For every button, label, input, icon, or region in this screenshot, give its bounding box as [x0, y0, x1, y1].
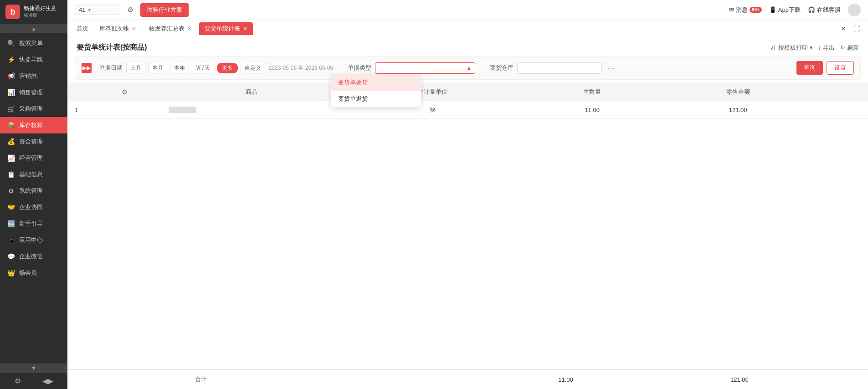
table-row: 1 块 11.00 121.00: [67, 101, 868, 119]
app-sub: 标准版: [24, 12, 56, 19]
sidebar-item-member[interactable]: 👑 畅会员: [0, 265, 67, 281]
store-selector[interactable]: 41 ▾: [75, 5, 120, 15]
col-settings[interactable]: ⚙: [86, 83, 163, 101]
sidebar-item-purchase[interactable]: 🛒 采购管理: [0, 101, 67, 117]
cell-extra: [817, 101, 868, 119]
sidebar-item-marketing[interactable]: 📢 营销推广: [0, 68, 67, 84]
trial-button[interactable]: 体验行业方案: [140, 3, 189, 17]
query-btn[interactable]: 查询: [796, 61, 823, 75]
collapse-icon[interactable]: ◀▶: [42, 377, 53, 385]
settings-icon[interactable]: ⚙: [15, 377, 21, 385]
table-footer: 合计 11.00 121.00: [67, 369, 868, 389]
print-btn[interactable]: 🖨 按模板打印 ▾: [770, 44, 813, 52]
app-name: 畅捷通好生意: [24, 5, 56, 12]
refresh-btn[interactable]: ↻ 刷新: [840, 44, 859, 52]
sidebar-item-inventory[interactable]: 📦 库存核算: [0, 117, 67, 133]
sidebar-label-basicinfo: 基础信息: [19, 170, 43, 179]
topbar-left: 41 ▾ ⚙ 体验行业方案: [75, 3, 729, 17]
warehouse-label: 要货仓库: [490, 64, 514, 72]
warehouse-more-btn[interactable]: ⋯: [607, 64, 615, 72]
sidebar-label-marketing: 营销推广: [19, 72, 43, 80]
finance-icon: 💰: [6, 138, 15, 145]
btn-last-month[interactable]: 上月: [126, 63, 145, 73]
topbar: 41 ▾ ⚙ 体验行业方案 ✉ 消息 99+ 📱 App下载 🎧 在线客服: [67, 0, 868, 20]
sidebar-item-guide[interactable]: 🆕 新手引导: [0, 215, 67, 232]
sidebar-label-guide: 新手引导: [19, 220, 43, 228]
settings-btn[interactable]: ⚙: [124, 4, 137, 16]
tab-close-receipt[interactable]: ✕: [187, 26, 192, 32]
tab-close-order-stats[interactable]: ✕: [243, 26, 247, 32]
filter-type-group: 单据类型 ▲: [348, 62, 475, 74]
search-icon: 🔍: [6, 40, 15, 47]
sidebar-item-finance[interactable]: 💰 资金管理: [0, 133, 67, 150]
type-select-input[interactable]: [375, 62, 475, 74]
sidebar-label-finance: 资金管理: [19, 138, 43, 146]
sidebar-label-purchase: 采购管理: [19, 105, 43, 113]
sidebar-item-operations[interactable]: 📈 经营管理: [0, 150, 67, 166]
product-name-blurred: [169, 107, 196, 113]
tab-order-stats[interactable]: 要货单统计表 ✕: [199, 22, 253, 35]
sidebar: b 畅捷通好生意 标准版 ▲ 🔍 搜索菜单 ⚡ 快捷导航 📢 营销推广 📊 销售…: [0, 0, 67, 389]
refresh-icon: ↻: [840, 44, 845, 51]
sidebar-scroll-up[interactable]: ▲: [0, 24, 67, 33]
footer-amount: 121.00: [652, 370, 826, 389]
tab-home[interactable]: 首页: [73, 25, 92, 33]
filter-quick-btns: 上月 本月 本年 近7天 更多 自定义: [126, 63, 265, 73]
warehouse-input[interactable]: [517, 62, 602, 74]
tab-receipt[interactable]: 收发存汇总表 ✕: [144, 22, 197, 35]
message-icon: ✉: [729, 6, 734, 13]
sidebar-item-wechat[interactable]: 💬 企业微信: [0, 248, 67, 265]
system-icon: ⚙: [6, 187, 15, 194]
sidebar-nav: 🔍 搜索菜单 ⚡ 快捷导航 📢 营销推广 📊 销售管理 🛒 采购管理 📦 库存核…: [0, 33, 67, 363]
filter-date-group: 单据日期 上月 本月 本年 近7天 更多 自定义 2023-05-06 至 20…: [99, 63, 333, 73]
tabbar: 首页 库存批次账 ✕ 收发存汇总表 ✕ 要货单统计表 ✕ ✕ ⛶: [67, 20, 868, 37]
app-icon: 📱: [769, 6, 776, 13]
filter-bar: ▶▶ 单据日期 上月 本月 本年 近7天 更多 自定义 2023-05-06 至…: [75, 56, 861, 80]
filter-expand-btn[interactable]: ▶▶: [82, 63, 92, 73]
tab-close-inventory[interactable]: ✕: [132, 26, 136, 32]
export-btn[interactable]: ↓ 导出: [818, 44, 835, 52]
footer-quantity: 11.00: [479, 370, 652, 389]
sidebar-label-operations: 经营管理: [19, 154, 43, 162]
cell-settings: [86, 101, 163, 119]
sidebar-item-shortcut[interactable]: ⚡ 快捷导航: [0, 51, 67, 68]
btn-recent7[interactable]: 近7天: [192, 63, 214, 73]
tab-close-all-btn[interactable]: ✕: [838, 24, 849, 33]
type-select-wrapper: ▲: [375, 62, 475, 74]
sidebar-item-appstore[interactable]: 📱 应用中心: [0, 232, 67, 248]
sidebar-item-enterprise[interactable]: 🤝 企业协同: [0, 199, 67, 215]
col-extra: [817, 83, 868, 101]
guide-icon: 🆕: [6, 220, 15, 227]
sidebar-item-system[interactable]: ⚙ 系统管理: [0, 183, 67, 199]
tab-expand-btn[interactable]: ⛶: [851, 24, 863, 33]
sidebar-item-search[interactable]: 🔍 搜索菜单: [0, 35, 67, 51]
filter-settings-btn[interactable]: 设置: [827, 61, 854, 75]
tab-inventory[interactable]: 库存批次账 ✕: [94, 22, 142, 35]
sidebar-scroll-down[interactable]: ▼: [0, 363, 67, 373]
appstore-icon: 📱: [6, 236, 15, 244]
avatar[interactable]: [848, 4, 861, 16]
marketing-icon: 📢: [6, 72, 15, 80]
app-download-btn[interactable]: 📱 App下载: [769, 6, 801, 14]
online-service-btn[interactable]: 🎧 在线客服: [808, 6, 841, 14]
sidebar-label-member: 畅会员: [19, 269, 37, 277]
sidebar-item-sales[interactable]: 📊 销售管理: [0, 84, 67, 101]
sidebar-label-shortcut: 快捷导航: [19, 56, 43, 64]
sidebar-label-system: 系统管理: [19, 187, 43, 195]
page-content: 要货单统计表(按商品) 🖨 按模板打印 ▾ ↓ 导出 ↻ 刷新 ▶▶: [67, 37, 868, 389]
sidebar-label-enterprise: 企业协同: [19, 203, 43, 211]
btn-this-year[interactable]: 本年: [170, 63, 189, 73]
btn-this-month[interactable]: 本月: [148, 63, 167, 73]
sidebar-item-basicinfo[interactable]: 📋 基础信息: [0, 166, 67, 183]
table-wrapper: ⚙ 商品 主计量单位 主数量 零售金额 1: [67, 83, 868, 369]
footer-label: 合计: [97, 370, 305, 389]
col-amount: 零售金额: [658, 83, 818, 101]
btn-more[interactable]: 更多: [217, 63, 238, 73]
dropdown-item-1[interactable]: 要货单退货: [331, 91, 421, 107]
dropdown-item-0[interactable]: 要货单要货: [331, 74, 421, 91]
btn-custom[interactable]: 自定义: [241, 63, 265, 73]
message-btn[interactable]: ✉ 消息 99+: [729, 6, 762, 14]
type-dropdown: 要货单要货 要货单退货: [330, 74, 421, 107]
page-header: 要货单统计表(按商品) 🖨 按模板打印 ▾ ↓ 导出 ↻ 刷新: [67, 37, 868, 56]
sidebar-label-sales: 销售管理: [19, 88, 43, 97]
